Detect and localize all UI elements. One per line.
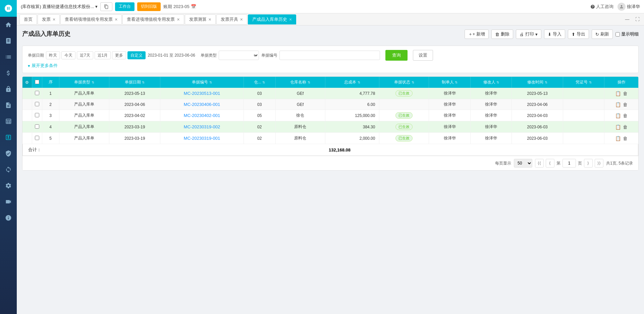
select-all-checkbox[interactable] <box>35 80 39 84</box>
row-checkbox[interactable] <box>35 91 39 95</box>
new-btn[interactable]: ＋ + 新增 <box>465 29 489 39</box>
col-total-cost[interactable]: 总成本 ⇅ <box>325 77 379 88</box>
tab-sales-vat-close[interactable]: × <box>115 17 117 22</box>
date-yesterday-btn[interactable]: 昨天 <box>46 51 60 59</box>
row-code[interactable]: MC-20230513-001 <box>160 88 244 99</box>
date-1month-btn[interactable]: 近1月 <box>95 51 111 59</box>
sidebar-item-box[interactable] <box>0 129 17 145</box>
tab-home[interactable]: 首页 <box>19 14 37 24</box>
row-code[interactable]: MC-20230406-001 <box>160 99 244 110</box>
tab-purchase-vat[interactable]: 查看进项增值税专用发票 × <box>122 14 184 24</box>
date-custom-btn[interactable]: 自定义 <box>127 51 146 59</box>
row-code-link[interactable]: MC-20230402-001 <box>184 113 220 118</box>
row-code-link[interactable]: MC-20230319-001 <box>184 136 220 141</box>
sidebar-item-stamp[interactable] <box>0 145 17 162</box>
import-btn[interactable]: ⬇ 导入 <box>544 29 565 39</box>
tab-invoice-close[interactable]: × <box>53 17 55 22</box>
query-btn[interactable]: 查询 <box>385 50 408 61</box>
setting-btn[interactable]: 设置 <box>413 50 433 61</box>
row-code[interactable]: MC-20230402-001 <box>160 110 244 121</box>
sidebar-item-version[interactable] <box>0 210 17 226</box>
col-date[interactable]: 单据日期 ⇅ <box>109 77 160 88</box>
copy-btn[interactable] <box>100 2 112 11</box>
expand-more-btn[interactable]: ▾ 展开更多条件 <box>28 63 633 69</box>
app-logo[interactable] <box>0 0 17 17</box>
delete-row-icon[interactable]: 🗑 <box>623 124 628 130</box>
edit-icon[interactable]: 📋 <box>615 124 621 130</box>
delete-row-icon[interactable]: 🗑 <box>623 113 628 118</box>
display-detail-toggle[interactable]: 显示明细 <box>615 31 639 37</box>
export-btn[interactable]: ⬆ 导出 <box>568 29 589 39</box>
prev-page-btn[interactable]: ⟨ <box>546 159 554 168</box>
sidebar-item-ledger[interactable] <box>0 33 17 49</box>
row-checkbox-cell[interactable] <box>32 99 42 110</box>
workbench-btn[interactable]: 工作台 <box>115 2 135 11</box>
sidebar-item-lock[interactable] <box>0 81 17 97</box>
edit-icon[interactable]: 📋 <box>615 102 621 107</box>
col-warehouse-name[interactable]: 仓库名称 ⇅ <box>275 77 325 88</box>
col-modify-time[interactable]: 修改时间 ⇅ <box>512 77 563 88</box>
tab-calc-close[interactable]: × <box>209 17 211 22</box>
tab-calc[interactable]: 发票测算 × <box>185 14 216 24</box>
row-code[interactable]: MC-20230319-001 <box>160 133 244 144</box>
col-type[interactable]: 单据类型 ⇅ <box>59 77 109 88</box>
refresh-btn[interactable]: ↻ 刷新 <box>592 29 613 39</box>
row-code-link[interactable]: MC-20230406-001 <box>184 102 220 107</box>
number-input[interactable] <box>279 51 380 60</box>
edit-icon[interactable]: 📋 <box>615 136 621 141</box>
sidebar-item-video[interactable] <box>0 194 17 210</box>
date-today-btn[interactable]: 今天 <box>61 51 75 59</box>
col-code[interactable]: 单据编号 ⇅ <box>160 77 244 88</box>
tab-purchase-vat-close[interactable]: × <box>177 17 179 22</box>
row-code[interactable]: MC-20230319-002 <box>160 121 244 133</box>
last-page-btn[interactable]: ⟩⟩ <box>595 159 603 168</box>
edit-icon[interactable]: 📋 <box>615 113 621 118</box>
col-creator[interactable]: 制单人 ⇅ <box>429 77 470 88</box>
sidebar-item-sync[interactable] <box>0 162 17 178</box>
row-checkbox[interactable] <box>35 102 39 106</box>
delete-row-icon[interactable]: 🗑 <box>623 91 628 96</box>
print-btn[interactable]: 🖨 打印 ▾ <box>516 29 541 39</box>
row-checkbox[interactable] <box>35 124 39 129</box>
company-dropdown-icon[interactable]: ▾ <box>95 4 98 9</box>
row-checkbox[interactable] <box>35 136 39 140</box>
page-size-select[interactable]: 20 50 100 <box>514 159 532 168</box>
col-modifier[interactable]: 修改人 ⇅ <box>470 77 512 88</box>
tab-invoice[interactable]: 发票 × <box>38 14 60 24</box>
tab-sales-vat[interactable]: 查看销项增值税专用发票 × <box>60 14 122 24</box>
sidebar-item-settings[interactable] <box>0 178 17 194</box>
row-checkbox-cell[interactable] <box>32 88 42 99</box>
col-checkbox[interactable] <box>32 77 42 88</box>
sidebar-item-document[interactable] <box>0 97 17 113</box>
delete-row-icon[interactable]: 🗑 <box>623 136 628 141</box>
row-checkbox-cell[interactable] <box>32 110 42 121</box>
row-checkbox-cell[interactable] <box>32 133 42 144</box>
col-voucher[interactable]: 凭证号 ⇅ <box>563 77 604 88</box>
delete-btn[interactable]: 🗑 删除 <box>491 29 513 39</box>
user-menu[interactable]: 徐泽华 <box>618 3 640 11</box>
calendar-icon[interactable]: 📅 <box>191 4 196 9</box>
sidebar-item-table[interactable] <box>0 113 17 129</box>
support-btn[interactable]: 人工咨询 <box>590 4 613 10</box>
col-status[interactable]: 单据状态 ⇅ <box>379 77 429 88</box>
date-7days-btn[interactable]: 近7天 <box>77 51 93 59</box>
next-page-btn[interactable]: ⟩ <box>584 159 593 168</box>
display-detail-checkbox[interactable] <box>615 32 620 37</box>
tab-product-history[interactable]: 产成品入库单历史 × <box>248 14 296 24</box>
row-checkbox-cell[interactable] <box>32 121 42 133</box>
sidebar-item-tax[interactable] <box>0 65 17 81</box>
date-more-btn[interactable]: 更多 <box>112 51 126 59</box>
page-input[interactable] <box>562 159 576 168</box>
row-code-link[interactable]: MC-20230513-001 <box>184 91 220 96</box>
tab-product-history-close[interactable]: × <box>289 17 292 22</box>
sidebar-item-home[interactable] <box>0 17 17 33</box>
row-checkbox[interactable] <box>35 113 39 117</box>
period-btn[interactable]: 切到旧版 <box>137 2 161 11</box>
col-warehouse-code[interactable]: 仓... ⇅ <box>244 77 275 88</box>
tab-maximize-btn[interactable]: ⛶ <box>633 15 641 23</box>
delete-row-icon[interactable]: 🗑 <box>623 102 628 107</box>
tab-open-close[interactable]: × <box>240 17 243 22</box>
type-select[interactable] <box>219 51 259 60</box>
tab-open[interactable]: 发票开具 × <box>216 14 247 24</box>
col-settings[interactable]: ⚙ <box>22 77 32 88</box>
